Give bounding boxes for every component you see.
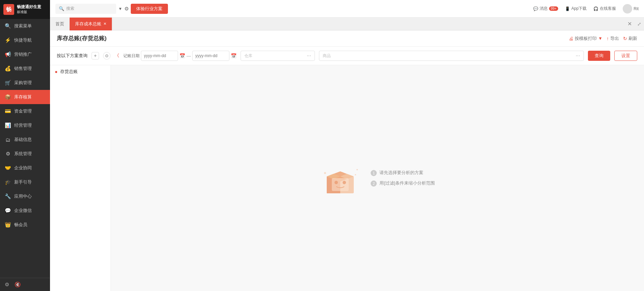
step-1-num: 1	[371, 170, 377, 176]
filter-bar: 按以下方案查询 ＋ ⊙ 《 记账日期 📅 — 📅 仓库 ··· 商品 ··· 查…	[50, 47, 644, 65]
sidebar-item-wechat[interactable]: 💬 企业微信	[0, 203, 50, 218]
vip-icon: 👑	[5, 222, 11, 228]
audio-footer-icon[interactable]: 🔇	[15, 282, 21, 288]
sidebar-item-sales[interactable]: 💰 销售管理	[0, 62, 50, 76]
message-badge: 99+	[549, 6, 558, 11]
export-button[interactable]: ↑ 导出	[606, 35, 619, 42]
print-dropdown-icon: ▼	[598, 36, 602, 41]
step-2-text: 用[过滤]条件来缩小分析范围	[379, 180, 435, 186]
sidebar-item-apps[interactable]: 🔧 应用中心	[0, 189, 50, 203]
empty-box-svg	[320, 158, 361, 198]
svg-point-9	[355, 174, 356, 175]
empty-illustration	[320, 158, 361, 198]
sidebar-item-basic[interactable]: 🗂 基础信息	[0, 132, 50, 147]
headset-icon: 🎧	[593, 6, 598, 11]
system-icon: ⚙	[5, 151, 11, 157]
filter-label: 按以下方案查询	[57, 53, 88, 59]
filter-add-button[interactable]: ＋	[92, 52, 99, 59]
sidebar-item-label: 销售管理	[14, 66, 32, 72]
logo-icon: 畅	[3, 4, 14, 15]
promo-button[interactable]: 体验行业方案	[131, 4, 168, 14]
close-panel-button[interactable]: ✕	[625, 21, 635, 27]
filter-warehouse-selector[interactable]: 仓库 ···	[241, 51, 315, 61]
date-label: 记账日期	[123, 53, 140, 59]
goods-more-icon[interactable]: ···	[576, 53, 580, 59]
svg-point-7	[343, 181, 346, 184]
sales-icon: 💰	[5, 66, 11, 72]
app-download-label: App下载	[571, 6, 587, 11]
search-icon: 🔍	[5, 23, 11, 29]
calendar-start-icon[interactable]: 📅	[179, 53, 185, 58]
scheme-icon: ●	[55, 69, 57, 74]
filter-settings-button[interactable]: 设置	[614, 51, 637, 61]
page-title: 库存总账(存货总账)	[57, 34, 106, 42]
query-button[interactable]: 查询	[588, 51, 610, 61]
date-start-input[interactable]	[141, 51, 178, 61]
warehouse-placeholder: 仓库	[244, 53, 252, 59]
print-template-button[interactable]: 🖨 按模板打印 ▼	[569, 35, 602, 42]
refresh-icon: ↻	[623, 36, 627, 41]
empty-step-1: 1 请先选择要分析的方案	[371, 170, 435, 176]
filter-collapse-icon[interactable]: 《	[115, 53, 119, 59]
sidebar-item-label: 企业微信	[14, 208, 32, 214]
apps-icon: 🔧	[5, 193, 11, 199]
online-support-btn[interactable]: 🎧 在线客服	[593, 6, 616, 11]
filter-scheme-button[interactable]: ⊙	[103, 52, 110, 59]
filter-date-group: 记账日期 📅 — 📅	[123, 51, 237, 61]
sidebar-item-marketing[interactable]: 📢 营销推广	[0, 47, 50, 62]
sidebar-item-label: 应用中心	[14, 193, 32, 199]
search-placeholder: 搜索	[66, 6, 74, 11]
user-area[interactable]: Rit	[623, 4, 639, 14]
refresh-button[interactable]: ↻ 刷新	[623, 35, 637, 42]
search-icon: 🔍	[59, 6, 64, 11]
sidebar-footer: ⚙ 🔇	[0, 278, 50, 291]
message-icon: 💬	[533, 6, 538, 11]
user-name: Rit	[634, 6, 639, 11]
sidebar-item-label: 快捷导航	[14, 37, 32, 43]
search-box[interactable]: 🔍 搜索	[55, 4, 116, 14]
message-btn[interactable]: 💬 消息 99+	[533, 6, 558, 11]
sidebar-item-label: 资金管理	[14, 108, 32, 114]
content: 库存总账(存货总账) 🖨 按模板打印 ▼ ↑ 导出 ↻ 刷新 按以下方案查询	[50, 30, 644, 291]
sidebar-item-cooperation[interactable]: 🤝 企业协同	[0, 161, 50, 175]
tab-home[interactable]: 首页	[50, 18, 70, 30]
expand-panel-button[interactable]: ⤢	[637, 21, 641, 27]
sidebar-scroll: 🔍 搜索菜单 ⚡ 快捷导航 📢 营销推广 💰 销售管理 🛒 采购管理 📦 库存核…	[0, 19, 50, 278]
sidebar-item-shortcut[interactable]: ⚡ 快捷导航	[0, 33, 50, 47]
calendar-end-icon[interactable]: 📅	[231, 53, 237, 58]
tab-label: 库存成本总账	[75, 21, 101, 27]
dropdown-arrow-icon[interactable]: ▼	[118, 6, 122, 11]
message-label: 消息	[540, 6, 548, 11]
sidebar-item-label: 新手引导	[14, 179, 32, 185]
tabbar: 首页 库存成本总账 ✕ ✕ ⤢	[50, 18, 644, 30]
sidebar-item-newbie[interactable]: 🎓 新手引导	[0, 175, 50, 189]
settings-footer-icon[interactable]: ⚙	[5, 282, 9, 288]
export-icon: ↑	[606, 36, 609, 41]
settings-icon[interactable]: ⚙	[124, 6, 129, 12]
sidebar-item-finance[interactable]: 💳 资金管理	[0, 104, 50, 118]
tab-close-icon[interactable]: ✕	[103, 22, 106, 26]
print-icon: 🖨	[569, 36, 573, 41]
sidebar-item-vip[interactable]: 👑 畅会员	[0, 218, 50, 232]
operation-icon: 📊	[5, 122, 11, 128]
sidebar-item-operation[interactable]: 📊 经营管理	[0, 118, 50, 132]
topbar-search-area: 🔍 搜索 ▼ ⚙ 体验行业方案	[55, 4, 530, 14]
inventory-icon: 📦	[5, 94, 11, 100]
sidebar-item-search[interactable]: 🔍 搜索菜单	[0, 19, 50, 33]
sidebar-item-system[interactable]: ⚙ 系统管理	[0, 147, 50, 161]
marketing-icon: 📢	[5, 51, 11, 57]
newbie-icon: 🎓	[5, 179, 11, 185]
scheme-item-inventory-ledger[interactable]: ● 存货总账	[50, 65, 110, 78]
sidebar-item-purchase[interactable]: 🛒 采购管理	[0, 76, 50, 90]
tab-inventory-cost[interactable]: 库存成本总账 ✕	[70, 18, 112, 30]
date-end-input[interactable]	[192, 51, 229, 61]
sidebar-item-inventory[interactable]: 📦 库存核算	[0, 90, 50, 104]
sidebar-item-label: 营销推广	[14, 51, 32, 57]
sidebar: 畅 畅捷通好生意 标准版 🔍 搜索菜单 ⚡ 快捷导航 📢 营销推广 💰 销售管理…	[0, 0, 50, 291]
app-download-btn[interactable]: 📱 App下载	[565, 6, 587, 11]
filter-goods-selector[interactable]: 商品 ···	[319, 51, 584, 61]
warehouse-more-icon[interactable]: ···	[307, 53, 311, 59]
phone-icon: 📱	[565, 6, 570, 11]
sidebar-item-label: 采购管理	[14, 80, 32, 86]
content-body: ● 存货总账	[50, 65, 644, 291]
